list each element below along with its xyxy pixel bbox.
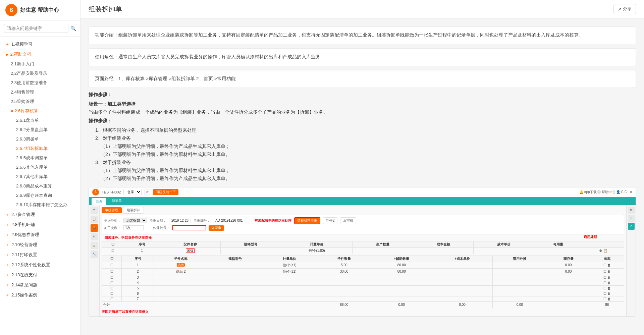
intro-block-3: 页面路径：1、库存核算->库存管理->组装拆卸单 2、首页->常用功能	[89, 70, 636, 88]
mock-sidebar-icon-3[interactable]: 📦	[91, 224, 98, 232]
th-ops	[582, 241, 624, 247]
sidebar-item-data-prep[interactable]: 2.3使用前数据准备	[0, 78, 80, 88]
mock-create-btn[interactable]: 问题反馈一下	[153, 189, 178, 195]
th-goods2: 子件名称	[154, 256, 208, 262]
th-cost1: 成本金额	[413, 241, 473, 247]
mock-right-icon-2[interactable]: ☰	[628, 215, 635, 222]
sidebar-item-transfer[interactable]: 2.6.3调拨单	[0, 134, 80, 144]
mock-app-id: TEST-H002	[102, 190, 121, 194]
th-sub-qty: 子件数量	[317, 256, 371, 262]
th-no: 序号	[124, 241, 160, 247]
share-button[interactable]: ↗ 分享	[613, 4, 636, 14]
mock-btn-select-material[interactable]: 选择材料单据	[294, 217, 320, 224]
sidebar-item-print[interactable]: ＋ 2.11打印设置	[0, 250, 80, 260]
ops-section: 操作步骤： 场景一：加工类型选择 当由多个子件材料组装成一个成品的业务为【组装】…	[89, 92, 636, 182]
plus-icon: ＋	[5, 262, 9, 268]
sidebar-item-operations[interactable]: ＋ 2.10经营管理	[0, 240, 80, 250]
plus-icon: ＋	[5, 282, 9, 288]
sidebar-item-sales[interactable]: 2.4销售管理	[0, 88, 80, 97]
mock-docno-value: AD-20191226-001	[213, 218, 245, 223]
sidebar-item-purchase[interactable]: 2.5采购管理	[0, 97, 80, 106]
table-row: ☐ 7	[102, 296, 624, 301]
th-cost2: 成本单价	[474, 241, 534, 247]
step2-1: （1）上部明细为父件明细，最终作为产成品生成其它入库单；	[89, 144, 636, 150]
sidebar-item-label: 2.帮助文档	[10, 51, 31, 57]
search-box: 🔍	[0, 20, 80, 37]
sidebar-item-ledger-query[interactable]: 2.6.9库存账本查询	[0, 191, 80, 200]
sidebar-item-docs[interactable]: ● 2.帮助文档	[0, 49, 80, 59]
sidebar-item-cost-adjust[interactable]: 2.6.5成本调整单	[0, 153, 80, 163]
mock-btn-action3[interactable]: 反审核	[340, 217, 356, 224]
sidebar-item-mobile[interactable]: ＋ 2.8手机旺铺	[0, 220, 80, 230]
sidebar-header: 6 好生意 帮助中心	[0, 0, 80, 20]
sidebar-item-cases[interactable]: ＋ 2.15操作案例	[0, 290, 80, 300]
sidebar-item-label: 2.12系统个性化设置	[11, 262, 50, 268]
sidebar-item-other-out[interactable]: 2.6.7其他出库单	[0, 172, 80, 181]
sidebar-item-faq[interactable]: ＋ 2.14常见问题	[0, 280, 80, 290]
mock-confirm-btn[interactable]: 立家审	[209, 225, 224, 231]
mock-nav-btn-1[interactable]: 单据管理	[102, 207, 122, 213]
sidebar-item-video[interactable]: ＋ 1.视频学习	[0, 39, 80, 49]
sidebar-item-settings[interactable]: ＋ 2.12系统个性化设置	[0, 260, 80, 270]
step3: 3、对于拆装业务	[89, 160, 636, 166]
sidebar-item-payment[interactable]: ＋ 2.13在线支付	[0, 270, 80, 280]
table-footer: 合计 88.00 0.00 0.00 0.00	[102, 301, 624, 308]
th-checkbox2: ☐	[102, 256, 122, 262]
intro-text-1: 功能介绍：组装拆卸单用来处理企业组装或拆卸等加工业务，支持有固定装配清单的产品加…	[95, 33, 583, 38]
sidebar-item-label: 2.9优惠券管理	[11, 232, 39, 238]
search-icon[interactable]: 🔍	[70, 26, 76, 31]
mock-lower-table: ☐ 序号 子件名称 规格型号 计量单位 子件数量 +辅助数量 +成本单价	[102, 256, 624, 308]
annotation-3-label: 组装业务、拆卸业务在这里选择	[105, 235, 152, 240]
content-area: 功能介绍：组装拆卸单用来处理企业组装或拆卸等加工业务，支持有固定装配清单的产品加…	[80, 18, 644, 335]
plus-icon: ＋	[5, 212, 9, 218]
sidebar-item-label: 2.10经营管理	[11, 242, 37, 248]
mock-refresh-btn[interactable]: ⟳	[144, 189, 150, 194]
mock-upper-table-section: ☐ 序号 父件名称 规格型号 计量单位 生产数量 成本金额 成本单价	[102, 241, 624, 254]
mock-sidebar-icon-1[interactable]: ☰	[91, 207, 98, 214]
mock-sidebar-icon-5[interactable]: 📊	[91, 242, 98, 249]
mock-sidebar-icon-4[interactable]: ⚙	[91, 233, 98, 240]
sidebar: 6 好生意 帮助中心 🔍 ＋ 1.视频学习 ● 2.帮助文档 2.1新手入门 2…	[0, 0, 80, 335]
mock-tab-active[interactable]: 自页	[92, 198, 106, 205]
mock-tab-new[interactable]: 新菜单	[108, 198, 126, 204]
mock-select[interactable]: 仓库	[123, 189, 142, 195]
sidebar-item-install[interactable]: 2.2产品安装及登录	[0, 69, 80, 78]
sidebar-item-partial-stocktake[interactable]: 2.6.2分量盘点单	[0, 125, 80, 134]
mock-joblot-input[interactable]	[172, 225, 206, 230]
table-row: ☐ 1 米饭 包/个(1.00)	[102, 247, 624, 254]
sidebar-item-ledger-error[interactable]: 2.6.10库存账本错了怎么办	[0, 200, 80, 210]
sidebar-item-label: 1.视频学习	[11, 41, 33, 47]
mock-right-sidebar: ⊞ ☰ ↗	[626, 205, 636, 316]
mock-close-icon[interactable]: ✕	[630, 190, 632, 194]
mock-sidebar-icon-6[interactable]: 🔧	[91, 250, 98, 258]
mock-nav-btn-2[interactable]: 组装拆卸	[123, 207, 144, 214]
table-row: ☐ 6	[102, 291, 624, 296]
mock-logo: 6	[92, 189, 99, 196]
sidebar-item-cost-recalc[interactable]: 2.6.8商品成本重算	[0, 181, 80, 191]
mock-btn-action2[interactable]: 动作2	[323, 217, 338, 224]
mock-right-icon-3[interactable]: ↗	[628, 223, 635, 230]
th-sub-cost2: +成本单价	[432, 256, 493, 262]
table-row: ☐ 5	[102, 285, 624, 291]
mock-right-icon-1[interactable]: ⊞	[628, 207, 635, 214]
sub-item-badge: 选用	[177, 263, 185, 267]
plus-icon: ＋	[5, 272, 9, 278]
sidebar-item-stocktake[interactable]: 2.6.1盘点单	[0, 116, 80, 125]
sidebar-item-other-in[interactable]: 2.6.6其他入库单	[0, 163, 80, 172]
search-input[interactable]	[4, 24, 68, 33]
mock-sidebar-icon-2[interactable]: 📋	[91, 216, 98, 223]
mock-upper-table: ☐ 序号 父件名称 规格型号 计量单位 生产数量 成本金额 成本单价	[102, 241, 624, 254]
ops-title: 操作步骤：	[89, 92, 636, 98]
sidebar-item-coupon[interactable]: ＋ 2.9优惠券管理	[0, 230, 80, 240]
main-panel: 组装拆卸单 ↗ 分享 功能介绍：组装拆卸单用来处理企业组装或拆卸等加工业务，支持…	[80, 0, 644, 335]
th-checkbox: ☐	[102, 241, 124, 247]
mock-count-input[interactable]	[123, 225, 144, 230]
mock-form-section: 单据类型： 组装拆卸 单据日期： 2019-12-26 单据编号： AD-201…	[102, 215, 624, 234]
intro-text-3: 页面路径：1、库存核算->库存管理->组装拆卸单 2、首页->常用功能	[95, 76, 236, 81]
sidebar-item-inventory[interactable]: ● 2.6库存核算	[0, 106, 80, 116]
th-unit2: 计量单位	[262, 256, 317, 262]
sidebar-item-assembly[interactable]: 2.6.4组装拆卸单	[0, 144, 80, 153]
sidebar-item-newbie[interactable]: 2.1新手入门	[0, 59, 80, 69]
mock-doc-type-select[interactable]: 组装拆卸	[123, 218, 147, 223]
sidebar-item-finance[interactable]: ＋ 2.7资金管理	[0, 210, 80, 220]
